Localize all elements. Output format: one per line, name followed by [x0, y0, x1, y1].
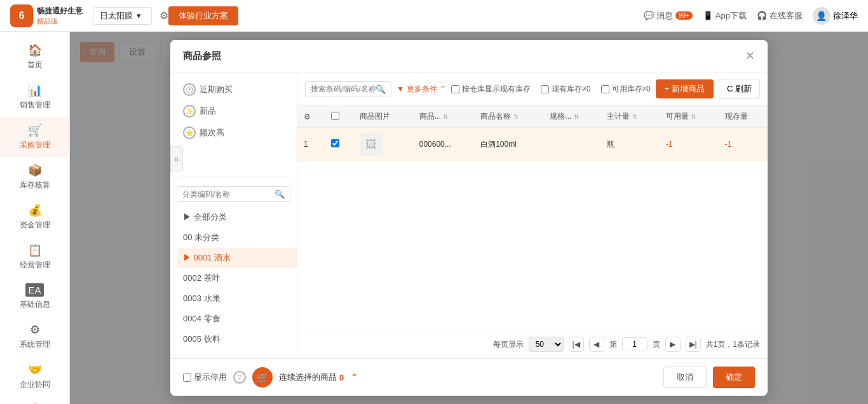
page-size-select[interactable]: 50 20 100: [529, 337, 564, 352]
product-search[interactable]: 🔍: [305, 81, 391, 97]
help-icon[interactable]: ?: [233, 371, 246, 384]
modal-close-btn[interactable]: ✕: [745, 49, 755, 63]
row-checkbox[interactable]: [331, 139, 339, 147]
col-name[interactable]: 商品名称 ⇅: [474, 106, 543, 128]
checkbox-group: 按仓库显示现有库存 现有库存≠0 可用库存≠0: [451, 84, 651, 95]
gear-icon[interactable]: ⚙: [159, 10, 168, 22]
col-available-label: 可用量: [666, 112, 689, 121]
avatar: 👤: [813, 7, 831, 25]
checkbox-nonzero-stock-input[interactable]: [541, 85, 549, 93]
sidebar-item-system[interactable]: ⚙ 系统管理: [0, 316, 69, 356]
classify-item-00[interactable]: 00 未分类: [177, 227, 297, 248]
sort-spec-icon: ⇅: [574, 113, 579, 120]
purchase-icon: 🛒: [28, 123, 42, 137]
col-code-label: 商品...: [419, 112, 441, 121]
first-page-btn[interactable]: |◀: [569, 337, 584, 352]
classify-item-0002[interactable]: 0002 茶叶: [177, 268, 297, 288]
classify-search[interactable]: 🔍: [177, 186, 290, 202]
checkbox-nonzero-available-input[interactable]: [601, 85, 609, 93]
app-download-btn[interactable]: 📱 App下载: [703, 10, 747, 22]
prev-page-btn[interactable]: ◀: [589, 337, 604, 352]
checkbox-nonzero-available[interactable]: 可用库存≠0: [601, 84, 651, 95]
show-disabled-checkbox[interactable]: 显示停用: [183, 372, 227, 383]
sidebar-item-finance[interactable]: 💰 资金管理: [0, 197, 69, 237]
sidebar-label-purchase: 采购管理: [20, 140, 50, 151]
confirm-btn[interactable]: 确定: [713, 367, 755, 388]
col-checkbox[interactable]: [325, 106, 353, 128]
quick-freq-label: 频次高: [200, 127, 224, 138]
classify-item-0005[interactable]: 0005 饮料: [177, 329, 297, 349]
left-collapse-btn[interactable]: «: [170, 146, 183, 172]
cart-label: 连续选择的商品: [279, 372, 337, 383]
sidebar-label-finance: 资金管理: [20, 220, 50, 231]
nav-selector[interactable]: 日太阳膜 ▾: [93, 7, 152, 25]
search-icon[interactable]: 🔍: [275, 189, 285, 199]
classify-item-all[interactable]: ▶ 全部分类: [177, 207, 297, 227]
cancel-btn[interactable]: 取消: [663, 367, 707, 388]
sidebar-label-collab: 企业协同: [20, 379, 50, 390]
cart-btn[interactable]: 🛒: [252, 367, 273, 387]
filter-label: 更多条件: [407, 84, 437, 95]
checkbox-by-warehouse-input[interactable]: [451, 85, 459, 93]
sidebar-item-home[interactable]: 🏠 首页: [0, 37, 69, 77]
sidebar-item-collab[interactable]: 🤝 企业协同: [0, 356, 69, 396]
collapse-up-icon[interactable]: ⌃: [350, 372, 358, 384]
select-all-checkbox[interactable]: [331, 112, 339, 120]
pagination: 每页显示 50 20 100 |◀ ◀ 第 页 ▶: [297, 330, 768, 358]
checkbox-by-warehouse[interactable]: 按仓库显示现有库存: [451, 84, 531, 95]
product-search-icon[interactable]: 🔍: [376, 84, 386, 94]
table-head: ⚙ 商品图片 商品... ⇅ 商品名称: [297, 106, 768, 128]
show-disabled-input[interactable]: [183, 374, 191, 382]
main-layout: 🏠 首页 📊 销售管理 🛒 采购管理 📦 库存核算 💰 资金管理 📋 经营管理 …: [0, 32, 868, 404]
classify-search-input[interactable]: [182, 190, 275, 199]
refresh-btn[interactable]: C 刷新: [719, 79, 760, 99]
sidebar-item-operation[interactable]: 📋 经营管理: [0, 237, 69, 277]
filter-btn[interactable]: ▼ 更多条件 ⌃: [397, 84, 446, 95]
sales-icon: 📊: [28, 83, 42, 97]
nav-right: 💬 消息 99+ 📱 App下载 🎧 在线客服 👤 徐泽华: [644, 7, 858, 25]
user-area[interactable]: 👤 徐泽华: [813, 7, 858, 25]
classify-item-0001-label: ▶ 0001 酒水: [183, 252, 231, 264]
sidebar-item-purchase[interactable]: 🛒 采购管理: [0, 117, 69, 157]
col-unit[interactable]: 主计量 ⇅: [600, 106, 660, 128]
table-row[interactable]: 1 🖼 000600... 白酒100ml 瓶: [297, 128, 768, 161]
classify-item-0005-label: 0005 饮料: [183, 333, 220, 345]
show-disabled-label: 显示停用: [194, 372, 227, 383]
sidebar-item-sales[interactable]: 📊 销售管理: [0, 77, 69, 117]
last-page-btn[interactable]: ▶|: [686, 337, 701, 352]
try-btn[interactable]: 体验行业方案: [168, 6, 238, 25]
row-checkbox-cell[interactable]: [325, 128, 353, 161]
next-page-btn[interactable]: ▶: [665, 337, 681, 352]
checkbox-nonzero-stock[interactable]: 现有库存≠0: [541, 84, 590, 95]
quick-recent-label: 近期购买: [200, 84, 233, 95]
classify-item-0001[interactable]: ▶ 0001 酒水: [177, 248, 297, 268]
col-code[interactable]: 商品... ⇅: [413, 106, 474, 128]
top-nav: 6 畅捷通好生意 精品版 日太阳膜 ▾ ⚙ 体验行业方案 💬 消息 99+ 📱 …: [0, 0, 868, 32]
classify-item-0002-label: 0002 茶叶: [183, 273, 220, 284]
quick-recent[interactable]: 🕐 近期购买: [177, 79, 290, 100]
classify-item-0004[interactable]: 0004 零食: [177, 309, 297, 329]
quick-freq[interactable]: ⭐ 频次高: [177, 122, 290, 144]
add-product-btn[interactable]: + 新增商品: [656, 79, 714, 98]
sidebar-label-system: 系统管理: [20, 339, 50, 350]
sidebar-item-basics[interactable]: EA 基础信息: [0, 277, 69, 316]
left-panel: 🕐 近期购买 ✨ 新品 ⭐ 频次高: [170, 72, 297, 358]
col-available[interactable]: 可用量 ⇅: [660, 106, 719, 128]
new-icon: ✨: [183, 105, 196, 118]
app-download-label: App下载: [715, 10, 747, 22]
sidebar-item-inventory[interactable]: 📦 库存核算: [0, 157, 69, 197]
message-icon: 💬: [644, 11, 654, 20]
col-settings[interactable]: ⚙: [297, 106, 325, 128]
col-spec[interactable]: 规格... ⇅: [543, 106, 600, 128]
sidebar-item-guide[interactable]: 🎯 新手引导: [0, 396, 69, 404]
service-label: 在线客服: [770, 10, 803, 22]
classify-item-0003[interactable]: 0003 水果: [177, 288, 297, 309]
product-search-input[interactable]: [311, 84, 376, 93]
content-area: 查询 设置 刷新 商品参照 ✕: [70, 32, 868, 404]
quick-new[interactable]: ✨ 新品: [177, 100, 290, 122]
service-btn[interactable]: 🎧 在线客服: [757, 10, 803, 22]
classify-item-0008[interactable]: 0008 水: [177, 349, 297, 352]
page-input[interactable]: [622, 337, 648, 351]
message-btn[interactable]: 💬 消息 99+: [644, 10, 693, 22]
page-label: 第: [609, 339, 617, 350]
